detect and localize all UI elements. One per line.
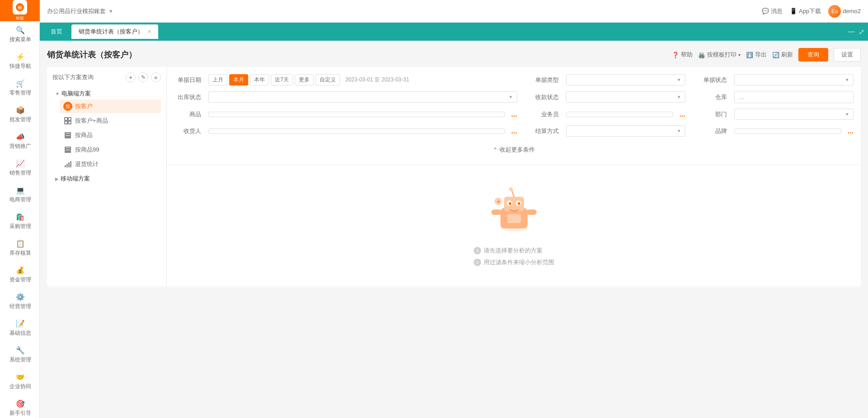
payment-chevron-icon: ▾ [678, 128, 680, 134]
tab-close-btn[interactable]: × [148, 28, 151, 35]
sidebar-item-wholesale[interactable]: 📦 批发管理 [0, 101, 39, 128]
sidebar-item-guide[interactable]: 🎯 新手引导 [0, 395, 39, 418]
right-panel: 单据日期 上月 本月 本年 近7天 更多 自定义 2023-03-01 至 20… [167, 67, 861, 286]
enterprise-icon: 🤝 [16, 373, 25, 381]
this-year-btn[interactable]: 本年 [250, 74, 269, 86]
collapse-row[interactable]: ⌃ 收起更多条件 [174, 142, 854, 157]
receiver-dots-btn[interactable]: ... [511, 127, 517, 135]
receiver-select[interactable] [208, 128, 505, 134]
sidebar-item-basic[interactable]: 📝 基础信息 [0, 315, 39, 342]
message-btn[interactable]: 💬 消息 [762, 7, 783, 15]
sidebar-item-search[interactable]: 🔍 搜索菜单 [0, 21, 39, 48]
filter-type-item: 单据类型 ▾ [532, 74, 685, 86]
settings-button[interactable]: 设置 [834, 48, 861, 62]
tab-home[interactable]: 首页 [43, 24, 70, 39]
more-btn[interactable]: 更多 [295, 74, 314, 86]
page-actions: ❓ 帮助 🖨️ 按模板打印 ▾ ⬇️ 导出 🔄 刷新 查询 设置 [672, 48, 861, 62]
sidebar-item-sales[interactable]: 📈 销售管理 [0, 155, 39, 181]
scheme-item-by-customer-goods[interactable]: 按客户+商品 [60, 114, 161, 128]
sidebar-item-enterprise[interactable]: 🤝 企业协同 [0, 368, 39, 395]
svg-rect-27 [527, 209, 537, 215]
brand-dots-btn[interactable]: ... [848, 127, 854, 135]
sidebar: 畅 标版 🔍 搜索菜单 ⚡ 快捷导航 🛒 零售管理 📦 批发管理 📣 营销推广 … [0, 0, 40, 418]
print-dropdown-icon: ▾ [738, 52, 741, 57]
export-btn[interactable]: ⬇️ 导出 [746, 51, 767, 59]
scheme-group-desktop-header[interactable]: ▼ 电脑端方案 [52, 88, 161, 100]
refresh-btn[interactable]: 🔄 刷新 [772, 51, 793, 59]
last-month-btn[interactable]: 上月 [208, 74, 227, 86]
sidebar-item-operations[interactable]: ⚙️ 经营管理 [0, 288, 39, 315]
sidebar-item-ecommerce[interactable]: 💻 电商管理 [0, 181, 39, 208]
last7-btn[interactable]: 近7天 [271, 74, 293, 86]
tip-text-1: 请先选择要分析的方案 [484, 245, 542, 256]
filter-payment-item: 结算方式 ▾ [532, 125, 685, 137]
collapse-scheme-btn[interactable]: « [151, 72, 161, 82]
help-btn[interactable]: ❓ 帮助 [672, 51, 693, 59]
this-month-btn[interactable]: 本月 [229, 74, 248, 86]
filter-dept-item: 部门 ▾ [700, 109, 854, 120]
status-select[interactable]: ▾ [734, 74, 854, 86]
out-status-label: 出库状态 [174, 93, 201, 101]
sidebar-item-finance[interactable]: 💰 资金管理 [0, 261, 39, 288]
out-status-select[interactable]: ▾ [208, 91, 517, 103]
mobile-arrow-icon: ▶ [55, 176, 59, 181]
page-content: 销货单统计表（按客户） ❓ 帮助 🖨️ 按模板打印 ▾ ⬇️ 导出 🔄 刷新 [40, 41, 868, 418]
custom-btn[interactable]: 自定义 [316, 74, 340, 86]
app-logo: 畅 标版 [0, 0, 40, 21]
page-title-row: 销货单统计表（按客户） ❓ 帮助 🖨️ 按模板打印 ▾ ⬇️ 导出 🔄 刷新 [47, 48, 861, 62]
sidebar-item-retail[interactable]: 🛒 零售管理 [0, 75, 39, 101]
sidebar-item-purchase[interactable]: 🛍️ 采购管理 [0, 208, 39, 235]
filter-warehouse-item: 仓库 ... [700, 91, 854, 103]
dept-select[interactable]: ▾ [734, 109, 854, 120]
user-avatar: Ea [828, 5, 841, 18]
tab-active[interactable]: 销货单统计表（按客户） × [71, 24, 158, 39]
sidebar-sales-label: 销售管理 [9, 169, 31, 177]
sidebar-search-label: 搜索菜单 [9, 36, 31, 43]
app-download-btn[interactable]: 📱 App下载 [790, 7, 821, 15]
filter-salesperson-item: 业务员 ... [532, 110, 685, 119]
filter-brand-item: 品牌 ... [700, 127, 854, 135]
export-icon: ⬇️ [746, 52, 753, 58]
sidebar-item-inventory[interactable]: 📋 库存核算 [0, 235, 39, 261]
add-scheme-btn[interactable]: + [126, 72, 136, 82]
tip-text-2: 用过滤条件来缩小分析范围 [484, 256, 554, 268]
receipt-status-select[interactable]: ▾ [566, 91, 685, 103]
sidebar-quick-nav-label: 快捷导航 [9, 62, 31, 70]
schemes-actions: + ✎ « [126, 72, 161, 82]
scheme-group-mobile-header[interactable]: ▶ 移动端方案 [52, 173, 161, 185]
date-filter-label: 单据日期 [174, 76, 201, 84]
user-area[interactable]: Ea demo2 [828, 5, 861, 18]
salesperson-dots-btn[interactable]: ... [679, 110, 685, 119]
query-button[interactable]: 查询 [798, 48, 828, 62]
svg-point-24 [509, 187, 513, 191]
by-goods-icon [63, 131, 72, 140]
mobile-group-label: 移动端方案 [61, 175, 90, 183]
tab-minimize-btn[interactable]: — [848, 28, 855, 36]
status-chevron-icon: ▾ [846, 77, 849, 83]
warehouse-select[interactable]: ... [734, 91, 854, 103]
print-btn[interactable]: 🖨️ 按模板打印 ▾ [698, 51, 741, 59]
svg-rect-8 [65, 137, 71, 138]
payment-select[interactable]: ▾ [566, 125, 685, 137]
schemes-title: 按以下方案查询 [52, 73, 94, 81]
scheme-item-by-customer[interactable]: 按 按客户 [60, 100, 161, 113]
help-label: 帮助 [681, 51, 693, 59]
filter-row-3: 商品 ... 业务员 ... [174, 109, 854, 120]
scheme-item-by-goods99[interactable]: 按商品99 [60, 143, 161, 157]
tab-maximize-btn[interactable]: ⤢ [859, 28, 864, 36]
brand-label: 品牌 [700, 127, 727, 135]
scheme-item-by-goods[interactable]: 按商品 [60, 128, 161, 142]
type-select[interactable]: ▾ [566, 74, 685, 86]
sidebar-operations-label: 经营管理 [9, 303, 31, 310]
goods-select[interactable] [208, 112, 505, 117]
sidebar-item-system[interactable]: 🔧 系统管理 [0, 342, 39, 368]
goods-dots-btn[interactable]: ... [511, 110, 517, 119]
salesperson-select[interactable] [566, 112, 673, 117]
refresh-label: 刷新 [781, 51, 793, 59]
breadcrumb-dropdown-icon[interactable]: ▾ [109, 8, 113, 14]
brand-select[interactable] [734, 128, 841, 134]
sidebar-item-marketing[interactable]: 📣 营销推广 [0, 128, 39, 155]
sidebar-item-quick-nav[interactable]: ⚡ 快捷导航 [0, 48, 39, 75]
scheme-item-return-stats[interactable]: 退货统计 [60, 157, 161, 171]
edit-scheme-btn[interactable]: ✎ [138, 72, 148, 82]
